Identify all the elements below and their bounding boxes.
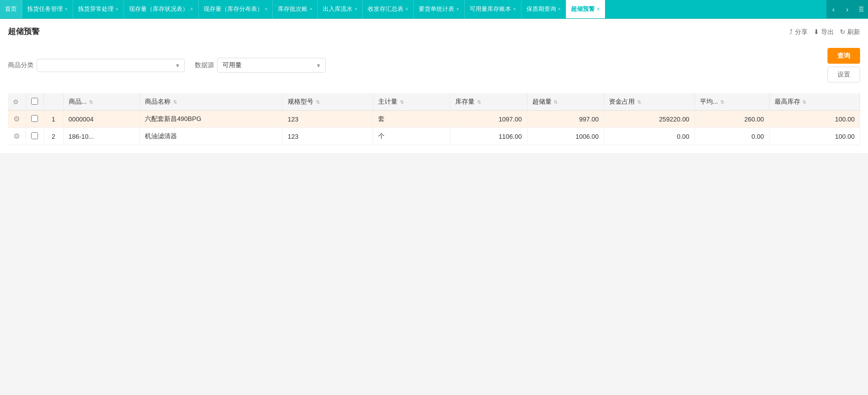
nav-tab-quality-check[interactable]: 保质期查询×: [521, 0, 566, 19]
datasource-select[interactable]: 可用量 ▾: [217, 58, 326, 73]
nav-arrow-right[interactable]: ›: [840, 0, 854, 19]
table-body: ⚙10000004六配套新昌490BPG123套1097.00997.00259…: [8, 111, 860, 145]
col-header-unit[interactable]: 主计量 ⇅: [373, 93, 450, 111]
tab-close-icon[interactable]: ×: [265, 6, 268, 12]
col-header-avg[interactable]: 平均... ⇅: [694, 93, 769, 111]
header-actions: ⤴ 分享 ⬇ 导出 ↻ 刷新: [789, 28, 860, 37]
nav-tab-task-mgmt[interactable]: 拣货任务管理×: [22, 0, 73, 19]
col-header-max_stock[interactable]: 最高库存 ⇅: [769, 93, 860, 111]
nav-tab-stock-dist[interactable]: 现存量（库存分布表）×: [199, 0, 273, 19]
tab-close-icon[interactable]: ×: [405, 6, 408, 12]
data-table: ⚙商品... ⇅商品名称 ⇅规格型号 ⇅主计量 ⇅库存量 ⇅超储量 ⇅资金占用 …: [8, 93, 860, 145]
datasource-value: 可用量: [222, 61, 242, 70]
nav-tab-collect-send[interactable]: 收发存汇总表×: [363, 0, 414, 19]
nav-arrow-left[interactable]: ‹: [826, 0, 840, 19]
table-header: ⚙商品... ⇅商品名称 ⇅规格型号 ⇅主计量 ⇅库存量 ⇅超储量 ⇅资金占用 …: [8, 93, 860, 111]
col-header-stock_qty[interactable]: 库存量 ⇅: [450, 93, 527, 111]
col-header-product_code[interactable]: 商品... ⇅: [63, 93, 140, 111]
cell-capital_used: 0.00: [604, 128, 694, 145]
tab-close-icon[interactable]: ×: [190, 6, 193, 12]
col-header-gear: ⚙: [8, 93, 26, 111]
cell-product_code: 186-10...: [63, 128, 140, 145]
query-button[interactable]: 查询: [827, 48, 860, 64]
nav-tab-abnormal[interactable]: 拣货异常处理×: [73, 0, 124, 19]
share-button[interactable]: ⤴ 分享: [789, 28, 808, 37]
col-label-spec: 规格型号: [288, 98, 313, 105]
col-header-capital_used[interactable]: 资金占用 ⇅: [604, 93, 694, 111]
sort-icon-overstock_qty: ⇅: [553, 99, 558, 105]
nav-tab-stock-batch[interactable]: 库存批次账×: [273, 0, 318, 19]
category-select[interactable]: ▾: [37, 59, 185, 72]
product-unit: 套: [378, 115, 385, 122]
nav-arrows: ‹ › ☰: [826, 0, 868, 19]
tab-close-icon[interactable]: ×: [597, 6, 600, 12]
cell-avg: 0.00: [694, 128, 769, 145]
product-name: 机油滤清器: [145, 132, 177, 140]
export-icon: ⬇: [814, 28, 819, 36]
nav-tab-overstock-warn[interactable]: 超储预警×: [566, 0, 605, 19]
filter-area: 商品分类 ▾ 数据源 可用量 ▾ 查询 设置: [8, 44, 860, 86]
cell-max_stock: 100.00: [769, 128, 860, 145]
row-index: 1: [51, 116, 55, 123]
col-header-product_name[interactable]: 商品名称 ⇅: [140, 93, 283, 111]
col-label-product_name: 商品名称: [145, 98, 171, 105]
nav-tab-order-stat[interactable]: 要货单统计表×: [414, 0, 465, 19]
cell-overstock_qty: 1006.00: [527, 128, 604, 145]
nav-tab-home[interactable]: 首页: [0, 0, 22, 19]
cell-product_name: 六配套新昌490BPG: [140, 111, 283, 128]
col-header-overstock_qty[interactable]: 超储量 ⇅: [527, 93, 604, 111]
cell-avg: 260.00: [694, 111, 769, 128]
max-stock: 100.00: [835, 133, 855, 140]
cell-checkbox: [26, 128, 43, 145]
nav-tab-label: 库存批次账: [278, 5, 307, 13]
nav-arrow-more[interactable]: ☰: [854, 0, 868, 19]
nav-tab-inout-flow[interactable]: 出入库流水×: [318, 0, 363, 19]
nav-tab-available-stock[interactable]: 可用量库存账本×: [465, 0, 521, 19]
col-label-unit: 主计量: [378, 98, 397, 105]
category-filter-group: 商品分类 ▾: [8, 59, 185, 72]
cell-checkbox: [26, 111, 43, 128]
product-unit: 个: [378, 132, 385, 140]
cell-unit: 套: [373, 111, 450, 128]
export-button[interactable]: ⬇ 导出: [814, 28, 834, 37]
settings-button[interactable]: 设置: [827, 67, 860, 82]
product-spec: 123: [288, 116, 299, 123]
row-gear-icon[interactable]: ⚙: [13, 115, 21, 123]
tab-close-icon[interactable]: ×: [354, 6, 357, 12]
nav-tab-stock-status[interactable]: 现存量（库存状况表）×: [124, 0, 199, 19]
tab-close-icon[interactable]: ×: [558, 6, 561, 12]
select-all-checkbox[interactable]: [31, 98, 38, 105]
sort-icon-product_code: ⇅: [87, 99, 93, 105]
tab-close-icon[interactable]: ×: [65, 6, 68, 12]
page-title: 超储预警: [8, 27, 40, 37]
tab-close-icon[interactable]: ×: [309, 6, 312, 12]
nav-tab-label: 拣货任务管理: [27, 5, 63, 13]
cell-overstock_qty: 997.00: [527, 111, 604, 128]
nav-tab-label: 拣货异常处理: [78, 5, 114, 13]
table-row: ⚙2186-10...机油滤清器123个1106.001006.000.000.…: [8, 128, 860, 145]
cell-index: 2: [43, 128, 63, 145]
col-label-max_stock: 最高库存: [775, 98, 800, 105]
tab-close-icon[interactable]: ×: [513, 6, 516, 12]
chevron-down-icon: ▾: [317, 62, 320, 69]
sort-icon-unit: ⇅: [398, 99, 404, 105]
cell-gear: ⚙: [8, 128, 26, 145]
row-checkbox[interactable]: [31, 115, 38, 122]
row-checkbox[interactable]: [31, 132, 38, 139]
cell-max_stock: 100.00: [769, 111, 860, 128]
cell-spec: 123: [283, 128, 373, 145]
row-gear-icon[interactable]: ⚙: [13, 132, 21, 141]
col-label-product_code: 商品...: [69, 98, 87, 105]
datasource-filter-group: 数据源 可用量 ▾: [195, 58, 326, 73]
nav-tab-label: 保质期查询: [526, 5, 556, 13]
refresh-button[interactable]: ↻ 刷新: [840, 28, 860, 37]
tab-close-icon[interactable]: ×: [116, 6, 119, 12]
sort-icon-avg: ⇅: [719, 99, 724, 105]
settings-gear-icon[interactable]: ⚙: [13, 98, 19, 106]
avg-value: 260.00: [744, 116, 764, 123]
tab-close-icon[interactable]: ×: [456, 6, 459, 12]
col-header-checkbox: [26, 93, 43, 111]
cell-index: 1: [43, 111, 63, 128]
col-header-spec[interactable]: 规格型号 ⇅: [283, 93, 373, 111]
action-buttons: 查询 设置: [827, 48, 860, 82]
